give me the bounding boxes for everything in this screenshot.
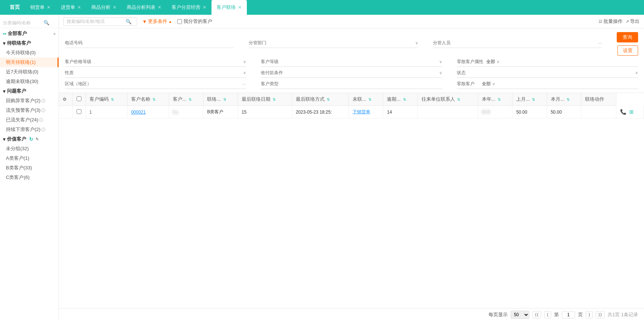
region-dots-icon[interactable]: ···: [242, 82, 246, 87]
batch-ops-btn[interactable]: ☑ 批量操作: [599, 18, 623, 25]
filter-nature-input[interactable]: [90, 70, 243, 76]
filter-grade-input[interactable]: [286, 59, 439, 65]
refresh-value-icon[interactable]: ↻: [29, 137, 33, 142]
nav-sales[interactable]: 销货单✕: [25, 0, 56, 15]
close-goods-icon[interactable]: ✕: [113, 5, 116, 10]
query-btn[interactable]: 查询: [617, 32, 638, 42]
first-page-btn[interactable]: ⟨⟨: [532, 311, 541, 318]
td-code[interactable]: 000021: [127, 106, 169, 118]
filter-price-level-input[interactable]: [94, 59, 243, 65]
th-code[interactable]: 客户编码 ⇅: [85, 93, 127, 106]
th-this-month[interactable]: 本月... ⇅: [547, 93, 581, 106]
page-input[interactable]: [562, 311, 575, 318]
export-btn[interactable]: ↗ 导出: [626, 18, 640, 25]
search-icon[interactable]: 🔍: [126, 19, 132, 24]
close-sales-icon[interactable]: ✕: [47, 5, 50, 10]
th-last-method[interactable]: 最后联络方式 ⇅: [292, 93, 349, 106]
status-chevron-icon[interactable]: ∨: [635, 70, 638, 75]
nav-home[interactable]: 首页: [4, 0, 25, 15]
next-page-btn[interactable]: ⟩: [586, 311, 593, 318]
sidebar-item-today[interactable]: 今天待联络(0): [0, 48, 59, 58]
filter-status-input[interactable]: [482, 70, 635, 76]
grid-action-icon[interactable]: ⊞: [629, 109, 634, 115]
td-last-method[interactable]: 下销货单: [349, 106, 383, 118]
nav-customer-tier[interactable]: 客户分层经营✕: [167, 0, 211, 15]
close-goods-list-icon[interactable]: ✕: [158, 5, 161, 10]
page-label: 第: [554, 311, 559, 318]
per-page-select[interactable]: 50 100 200: [511, 311, 529, 319]
attr-chevron-icon[interactable]: ∨: [497, 59, 500, 64]
sidebar-item-type-b[interactable]: B类客户(33): [0, 163, 59, 173]
sidebar-item-week[interactable]: 近7天待联络(0): [0, 67, 59, 77]
filter-attr-value: 全部: [486, 59, 495, 65]
sidebar-item-abnormal[interactable]: 回购异常客户(2) ⓘ: [0, 96, 59, 106]
sort-type-icon: ⇅: [189, 97, 192, 101]
th-action: 联络动作: [581, 93, 616, 106]
close-purchase-icon[interactable]: ✕: [77, 5, 81, 10]
close-contact-icon[interactable]: ✕: [238, 5, 242, 10]
nav-goods-analysis[interactable]: 商品分析✕: [86, 0, 122, 15]
th-contact[interactable]: 联络... ⇅: [203, 93, 238, 106]
person-dots-icon[interactable]: ···: [598, 41, 602, 46]
close-tier-icon[interactable]: ✕: [203, 5, 206, 10]
nav-goods-list[interactable]: 商品分析列表✕: [122, 0, 167, 15]
th-last-month[interactable]: 上月... ⇅: [512, 93, 547, 106]
th-type[interactable]: 客户... ⇅: [169, 93, 203, 106]
filter-dept-input[interactable]: [274, 41, 415, 46]
filter-region-label: 区域（地区）: [65, 81, 91, 87]
sidebar-item-type-c[interactable]: C类客户(6): [0, 173, 59, 182]
table-header-row: ⚙ 客户编码 ⇅ 客户名称 ⇅ 客户...: [59, 93, 644, 106]
th-contact-person[interactable]: 往来单位联系人 ⇅: [417, 93, 478, 106]
edit-value-icon[interactable]: ✎: [35, 137, 39, 142]
filter-region-input[interactable]: [94, 82, 242, 87]
collapse-icon[interactable]: «: [53, 31, 56, 36]
filter-ctype-input[interactable]: [286, 82, 442, 87]
th-overdue[interactable]: 逾期... ⇅: [383, 93, 418, 106]
sidebar-item-churned[interactable]: 已流失客户(24) ⓘ: [0, 115, 59, 125]
prev-page-btn[interactable]: ⟨: [544, 311, 551, 318]
payment-chevron-icon[interactable]: ∨: [439, 70, 442, 75]
sidebar-item-declining[interactable]: 持续下滑客户(2) ⓘ: [0, 125, 59, 134]
filter-price-level: 客户价格等级 ∨: [65, 59, 246, 67]
select-all-checkbox[interactable]: [77, 96, 81, 101]
th-not-linked[interactable]: 未联... ⇅: [349, 93, 383, 106]
sidebar-item-overdue[interactable]: 逾期未联络(30): [0, 77, 59, 86]
th-name[interactable]: 客户名称 ⇅: [127, 93, 169, 106]
filter-area: 电话号码 分管部门 ∨ 分管人员 ··· 查询: [59, 28, 644, 93]
th-settings[interactable]: ⚙: [59, 93, 72, 106]
row-checkbox[interactable]: [77, 109, 81, 114]
my-customers-checkbox-wrap[interactable]: 我分管的客户: [177, 18, 212, 25]
filter-payment-input[interactable]: [286, 70, 439, 76]
search-icon[interactable]: 🔍: [43, 20, 49, 25]
sidebar-item-type-a[interactable]: A类客户(1): [0, 153, 59, 163]
grade-chevron-icon[interactable]: ∨: [439, 59, 442, 64]
phone-action-icon[interactable]: 📞: [620, 109, 626, 115]
nav-customer-contact[interactable]: 客户联络✕: [211, 0, 247, 15]
filter-person-input[interactable]: [458, 41, 598, 46]
sort-name-icon: ⇅: [153, 97, 155, 101]
filter-phone-label: 电话号码: [65, 40, 87, 46]
last-page-btn[interactable]: ⟩⟩: [596, 311, 605, 318]
my-customers-checkbox[interactable]: [177, 19, 182, 24]
nav-purchase[interactable]: 进货单✕: [56, 0, 86, 15]
page-suffix: 页: [578, 311, 583, 318]
price-level-chevron-icon[interactable]: ∨: [243, 59, 246, 64]
dept-chevron-icon[interactable]: ∨: [415, 41, 418, 45]
filter-ctype-label: 客户类型: [261, 81, 283, 87]
th-last-date[interactable]: 最后联络日期 ⇅: [238, 93, 292, 106]
sidebar-item-tomorrow[interactable]: 明天待联络(1): [0, 58, 59, 67]
sidebar-item-ungroup[interactable]: 未分组(32): [0, 144, 59, 153]
more-conditions-btn[interactable]: ▼ 更多条件 ▲: [140, 17, 174, 26]
td-checkbox: [72, 106, 85, 118]
all-customers-label[interactable]: ▪▪ 全部客户 «: [0, 28, 59, 38]
nature-chevron-icon[interactable]: ∨: [243, 70, 246, 75]
td-settings: [59, 106, 72, 118]
filter-phone-input[interactable]: [90, 41, 234, 46]
scattered-chevron-icon[interactable]: ∨: [492, 82, 495, 86]
settings-btn[interactable]: 设置: [617, 45, 638, 56]
search-input[interactable]: [67, 19, 126, 24]
th-this-year[interactable]: 本年... ⇅: [478, 93, 512, 106]
sidebar-search-input[interactable]: [3, 20, 43, 25]
filter-dept: 分管部门 ∨: [249, 40, 418, 48]
sidebar-item-churn-warn[interactable]: 流失预警客户(3) ⓘ: [0, 106, 59, 115]
